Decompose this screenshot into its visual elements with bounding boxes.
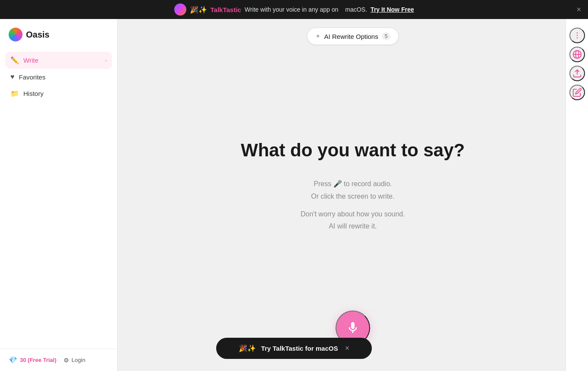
oasis-logo-text: Oasis (26, 30, 49, 40)
folder-icon: 📁 (10, 89, 19, 98)
edit-icon (572, 88, 582, 97)
sparkle-icon: ✦ (315, 32, 321, 40)
instruction-line-3: Don't worry about how you sound. (300, 208, 405, 221)
chevron-right-icon: › (105, 57, 107, 63)
ai-rewrite-count-badge: 5 (382, 32, 391, 40)
main-heading: What do you want to say? (241, 140, 465, 161)
login-button[interactable]: ⚙ Login (64, 357, 86, 364)
edit-button[interactable] (569, 85, 585, 100)
instruction-line-2: Or click the screen to write. (300, 190, 405, 203)
sidebar-item-favorites[interactable]: ♥ Favorites (5, 69, 112, 85)
upload-button[interactable] (569, 66, 585, 81)
sidebar-item-favorites-label: Favorites (19, 73, 46, 81)
toast-close-button[interactable]: × (345, 344, 350, 353)
banner-close-button[interactable]: × (576, 6, 581, 13)
ai-rewrite-label: AI Rewrite Options (324, 33, 378, 40)
banner-party-emoji: 🎉✨ (190, 6, 207, 14)
banner-cta-link[interactable]: Try It Now Free (371, 6, 414, 13)
oasis-logo-icon (9, 28, 22, 41)
svg-point-1 (576, 35, 578, 36)
credits-badge[interactable]: 💎 30 (Free Trial) (9, 356, 57, 364)
globe-icon (572, 50, 582, 59)
more-dots-icon (573, 31, 582, 40)
instruction-line-4: AI will rewrite it. (300, 220, 405, 233)
bottom-toast: 🎉✨ Try TalkTastic for macOS × (216, 338, 372, 359)
main-toolbar: ✦ AI Rewrite Options 5 (118, 19, 588, 45)
heart-icon: ♥ (10, 73, 15, 81)
instructions-text: Press 🎤 to record audio. Or click the sc… (300, 178, 405, 233)
sidebar-item-write-label: Write (23, 57, 38, 64)
gem-icon: 💎 (9, 356, 17, 364)
more-options-button[interactable] (569, 28, 585, 43)
banner-brand-name: TalkTastic (211, 6, 241, 13)
login-label: Login (72, 357, 86, 363)
credits-label: 30 (Free Trial) (20, 357, 57, 363)
svg-point-0 (576, 32, 578, 34)
sidebar: Oasis ✏️ Write › ♥ Favorites 📁 History 💎… (0, 19, 118, 371)
instruction-line-1: Press 🎤 to record audio. (300, 178, 405, 190)
banner-description: Write with your voice in any app on (245, 6, 339, 13)
top-banner: 🎉✨ TalkTastic Write with your voice in a… (0, 0, 588, 19)
sidebar-item-history[interactable]: 📁 History (5, 85, 112, 102)
gear-icon: ⚙ (64, 357, 69, 364)
sidebar-item-write[interactable]: ✏️ Write › (5, 52, 112, 69)
banner-platform: macOS. (345, 6, 368, 13)
svg-point-2 (576, 38, 578, 39)
logo-area: Oasis (0, 19, 117, 48)
globe-button[interactable] (569, 47, 585, 62)
upload-icon (572, 69, 582, 78)
write-icon: ✏️ (10, 56, 19, 64)
sidebar-navigation: ✏️ Write › ♥ Favorites 📁 History (0, 48, 117, 349)
ai-rewrite-button[interactable]: ✦ AI Rewrite Options 5 (307, 28, 399, 45)
toast-emoji: 🎉✨ (239, 344, 256, 352)
banner-avatar (174, 3, 186, 16)
main-content: ✦ AI Rewrite Options 5 What do you want … (118, 19, 588, 371)
mic-svg-icon (346, 321, 360, 335)
right-toolbar (566, 19, 588, 371)
toast-cta-link[interactable]: Try TalkTastic for macOS (261, 345, 338, 352)
sidebar-item-history-label: History (23, 90, 44, 97)
app-layout: Oasis ✏️ Write › ♥ Favorites 📁 History 💎… (0, 0, 588, 371)
sidebar-footer: 💎 30 (Free Trial) ⚙ Login (0, 349, 117, 371)
